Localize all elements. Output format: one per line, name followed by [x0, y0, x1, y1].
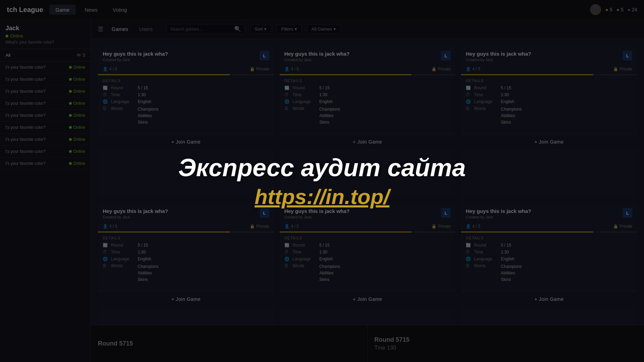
round-key: Round [293, 243, 317, 248]
privacy-value: Private [620, 224, 632, 229]
tab-games[interactable]: Games [109, 25, 131, 33]
card-badge: L [260, 208, 269, 218]
badge-blue: ● 24 [628, 7, 637, 12]
tab-users[interactable]: Users [136, 25, 155, 33]
stat-players: 👤 4 / 5 [284, 67, 299, 71]
hamburger-icon[interactable]: ☰ [98, 25, 103, 33]
sidebar-item-3[interactable]: t's your favorite color? Online [0, 98, 91, 110]
status-label: Online [73, 113, 85, 118]
privacy-value: Private [256, 224, 269, 229]
time-value: 1:30 [319, 250, 327, 254]
card-divider [280, 133, 456, 133]
status-label: Online [73, 65, 85, 70]
envelope-icon: ✉ [77, 53, 81, 58]
nav-game-button[interactable]: Game [49, 5, 76, 15]
join-game-button[interactable]: + Join Game [461, 292, 637, 306]
lock-icon: 🔒 [613, 224, 618, 229]
players-value: 4 / 5 [472, 67, 480, 71]
players-icon: 👤 [103, 67, 108, 71]
detail-round: 🔄 Round 5 / 15 [103, 86, 269, 90]
nav-voting-button[interactable]: Voting [106, 5, 133, 15]
time-icon: ⏱ [466, 250, 471, 254]
avatar[interactable] [590, 4, 601, 15]
details-label: DETAILS [466, 79, 632, 83]
sidebar-item-4[interactable]: t's your favorite color? Online [0, 110, 91, 122]
lock-icon: 🔒 [250, 224, 255, 229]
card-details: DETAILS 🔄 Round 5 / 15 ⏱ Time 1:30 🌐 Lan… [461, 75, 637, 132]
sidebar-item-name: t's your favorite color? [5, 65, 46, 70]
players-icon: 👤 [466, 67, 471, 71]
join-game-button[interactable]: + Join Game [98, 135, 274, 149]
filter-all-label[interactable]: All [5, 53, 10, 58]
time-icon: ⏱ [284, 92, 290, 97]
join-game-button[interactable]: + Join Game [98, 292, 274, 306]
round-icon: 🔄 [284, 243, 290, 248]
sidebar-item-name: t's your favorite color? [5, 137, 46, 142]
online-dot-icon [69, 66, 72, 69]
card-title: Hey guys this is jack wha? [103, 208, 168, 214]
details-label: DETAILS [284, 236, 451, 240]
content-header: ☰ Games Users 🔍 Sort ▾ Filters ▾ All Gam… [91, 19, 644, 39]
nav-news-button[interactable]: News [78, 5, 104, 15]
sidebar-item-6[interactable]: t's your favorite color? Online [0, 134, 91, 146]
language-icon: 🌐 [466, 99, 471, 104]
words-icon: ☰ [284, 263, 290, 268]
sidebar-item-5[interactable]: t's your favorite color? Online [0, 122, 91, 134]
detail-time: ⏱ Time 1:30 [103, 250, 269, 254]
round-key: Round [111, 243, 135, 248]
words-icon: ☰ [103, 106, 108, 111]
dot-blue-icon: ● [628, 7, 630, 12]
sidebar-item-status: Online [69, 77, 85, 82]
players-value: 4 / 5 [109, 224, 117, 229]
detail-round: 🔄 Round 5 / 15 [466, 243, 632, 248]
search-input[interactable] [170, 26, 232, 32]
sidebar-item-0[interactable]: t's your favorite color? Online [0, 61, 91, 73]
stat-privacy: 🔒 Private [613, 224, 632, 229]
games-grid: Hey guys this is jack wha? Created by Ja… [91, 39, 644, 362]
stat-privacy: 🔒 Private [613, 67, 632, 71]
join-game-button[interactable]: + Join Game [280, 292, 456, 306]
language-key: Language [111, 257, 135, 261]
round-icon: 🔄 [103, 86, 108, 90]
bottom-round-1: Round 5715 [374, 336, 637, 343]
sidebar-item-2[interactable]: t's your favorite color? Online [0, 86, 91, 98]
sort-button[interactable]: Sort ▾ [250, 24, 271, 34]
card-badge: L [441, 51, 451, 60]
sidebar: Jack Online What's your favorite color? … [0, 19, 91, 362]
round-icon: 🔄 [466, 243, 471, 248]
round-key: Round [111, 86, 135, 90]
main-layout: Jack Online What's your favorite color? … [0, 19, 644, 362]
sidebar-item-8[interactable]: t's your favorite color? Online [0, 158, 91, 170]
words-icon: ☰ [466, 106, 471, 111]
players-value: 4 / 5 [109, 67, 117, 71]
card-stats: 👤 4 / 5 🔒 Private [98, 65, 274, 74]
lock-icon: 🔒 [431, 224, 437, 229]
all-games-button[interactable]: All Games ▾ [307, 24, 340, 34]
detail-time: ⏱ Time 1:30 [103, 92, 269, 97]
sidebar-item-status: Online [69, 125, 85, 130]
words-icon: ☰ [466, 263, 471, 268]
sidebar-item-status: Online [69, 113, 85, 118]
card-title: Hey guys this is jack wha? [284, 51, 350, 57]
details-label: DETAILS [466, 236, 632, 240]
join-game-button[interactable]: + Join Game [461, 135, 637, 149]
join-game-button[interactable]: + Join Game [280, 135, 456, 149]
words-value: ChampionsAbilitiesSkins [501, 263, 522, 283]
sidebar-item-7[interactable]: t's your favorite color? Online [0, 146, 91, 158]
bottom-bar: Round 5715Round 5715Tme 130 [91, 325, 644, 362]
round-value: 5 / 15 [138, 243, 148, 248]
sidebar-filter: All ✉ 5 [0, 49, 91, 61]
language-value: English [319, 257, 333, 261]
detail-time: ⏱ Time 1:30 [284, 250, 451, 254]
badge-green: ● 5 [617, 7, 623, 12]
bottom-cell-1: Round 5715Tme 130 [368, 325, 644, 362]
online-dot-icon [5, 35, 8, 37]
filters-button[interactable]: Filters ▾ [276, 24, 301, 34]
sidebar-item-name: t's your favorite color? [5, 89, 46, 94]
sidebar-item-name: t's your favorite color? [5, 113, 46, 118]
stat-privacy: 🔒 Private [250, 67, 269, 71]
privacy-value: Private [438, 224, 451, 229]
sidebar-item-1[interactable]: t's your favorite color? Online [0, 73, 91, 86]
detail-words: ☰ Words ChampionsAbilitiesSkins [284, 263, 451, 283]
online-dot-icon [69, 162, 72, 165]
